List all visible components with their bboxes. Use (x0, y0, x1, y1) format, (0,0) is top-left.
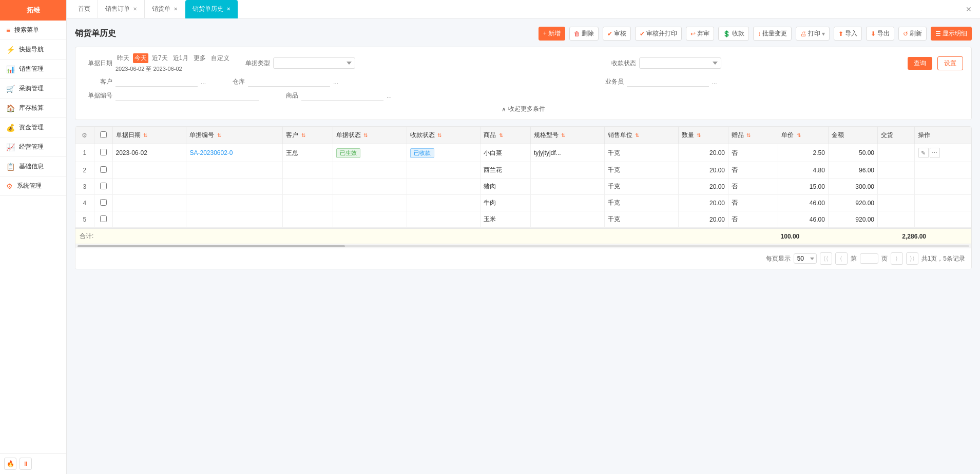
page-last-button[interactable]: ⟩⟩ (906, 252, 918, 265)
cell-checkbox[interactable] (94, 195, 112, 211)
cell-doc-status (333, 162, 407, 179)
cell-price: 46.00 (778, 195, 828, 211)
cell-row-no: 5 (75, 211, 94, 228)
tab-sales-history[interactable]: 销货单历史 ✕ (185, 0, 238, 18)
filter-goods-input[interactable] (301, 91, 383, 101)
horizontal-scrollbar[interactable] (75, 244, 971, 248)
sidebar-item-basic-info[interactable]: 📋 基础信息 (0, 157, 66, 176)
col-customer[interactable]: 客户 ⇅ (283, 127, 333, 144)
sys-mgmt-icon: ⚙ (6, 182, 13, 190)
sidebar-item-sales-mgmt[interactable]: 📊 销售管理 (0, 60, 66, 79)
tab-sales-history-label: 销货单历史 (193, 5, 223, 13)
scrollbar-thumb[interactable] (78, 245, 345, 247)
cell-checkbox[interactable] (94, 144, 112, 162)
action-edit[interactable]: ✎ (918, 148, 929, 158)
batch-change-button[interactable]: ↕ 批量变更 (753, 27, 792, 41)
filter-customer-picker[interactable]: ... (201, 78, 206, 86)
filter-doc-type-select[interactable] (273, 57, 355, 69)
new-button[interactable]: + 新增 (539, 27, 565, 41)
cell-checkbox[interactable] (94, 211, 112, 228)
filter-doc-no-input[interactable] (116, 91, 259, 101)
sidebar-item-purchase-mgmt[interactable]: 🛒 采购管理 (0, 79, 66, 98)
col-pay-status[interactable]: 收款状态 ⇅ (407, 127, 481, 144)
delete-button[interactable]: 🗑 删除 (569, 27, 599, 41)
filter-salesperson-input[interactable] (627, 77, 709, 87)
export-button[interactable]: ⬇ 导出 (866, 27, 894, 41)
abandon-button[interactable]: ↩ 弃审 (686, 27, 714, 41)
print-button[interactable]: 🖨 打印 ▾ (796, 27, 830, 41)
sidebar-fire-button[interactable]: 🔥 (4, 458, 16, 470)
date-shortcut-7days[interactable]: 近7天 (150, 53, 169, 63)
col-doc-no[interactable]: 单据编号 ⇅ (186, 127, 283, 144)
show-detail-button[interactable]: ☰ 显示明细 (931, 27, 972, 41)
col-gift[interactable]: 赠品 ⇅ (728, 127, 778, 144)
cell-doc-no[interactable]: SA-20230602-0 (186, 144, 283, 162)
settings-gear-icon: ⚙ (82, 132, 87, 139)
col-doc-status[interactable]: 单据状态 ⇅ (333, 127, 407, 144)
sidebar-item-finance-mgmt[interactable]: 💰 资金管理 (0, 118, 66, 137)
cell-doc-no[interactable] (186, 211, 283, 228)
refresh-button[interactable]: ↺ 刷新 (898, 27, 927, 41)
col-goods[interactable]: 商品 ⇅ (481, 127, 530, 144)
collapse-button[interactable]: ∧ 收起更多条件 (84, 105, 963, 113)
tab-close-all-button[interactable]: ✕ (962, 5, 976, 13)
tab-sales-order[interactable]: 销售订单 ✕ (98, 0, 145, 18)
cell-doc-no[interactable] (186, 195, 283, 211)
filter-row-3: 单据编号 商品 ... (84, 91, 963, 101)
sidebar-item-search-menu[interactable]: ≡ 搜索菜单 (0, 21, 66, 40)
import-button[interactable]: ⬆ 导入 (834, 27, 862, 41)
cell-doc-no[interactable] (186, 162, 283, 179)
tab-sales-goods-close[interactable]: ✕ (174, 6, 178, 12)
filter-customer-input[interactable] (116, 77, 198, 87)
page-first-button[interactable]: ⟨⟨ (820, 252, 832, 265)
approve-button[interactable]: ✔ 审核 (603, 27, 631, 41)
print-icon: 🖨 (800, 30, 806, 37)
col-doc-date-sort: ⇅ (143, 132, 147, 138)
filter-goods-picker[interactable]: ... (387, 92, 392, 100)
date-shortcut-today[interactable]: 今天 (133, 53, 148, 63)
action-more[interactable]: ⋯ (930, 148, 940, 158)
cell-checkbox[interactable] (94, 162, 112, 179)
col-price[interactable]: 单价 ⇅ (778, 127, 828, 144)
select-all-checkbox[interactable] (100, 131, 107, 138)
col-amount: 金额 (828, 127, 877, 144)
page-prev-button[interactable]: ⟨ (835, 252, 848, 265)
filter-warehouse-picker[interactable]: ... (333, 78, 338, 86)
col-qty[interactable]: 数量 ⇅ (678, 127, 728, 144)
date-shortcut-more[interactable]: 更多 (192, 53, 207, 63)
col-spec[interactable]: 规格型号 ⇅ (530, 127, 604, 144)
table-row: 1 2023-06-02 SA-20230602-0 王总 已生效 已收款 小白… (75, 144, 971, 162)
sidebar-pause-button[interactable]: ⏸ (20, 458, 32, 470)
page-next-button[interactable]: ⟩ (891, 252, 903, 265)
date-shortcut-custom[interactable]: 自定义 (209, 53, 231, 63)
tab-sales-history-close[interactable]: ✕ (226, 6, 230, 12)
filter-pay-status-select[interactable] (639, 57, 721, 69)
date-shortcut-yesterday[interactable]: 昨天 (116, 53, 131, 63)
date-shortcut-1month[interactable]: 近1月 (171, 53, 190, 63)
filter-salesperson-picker[interactable]: ... (712, 78, 717, 86)
per-page-select[interactable]: 50 100 200 (794, 253, 817, 264)
tab-sales-goods[interactable]: 销货单 ✕ (145, 0, 185, 18)
collect-button[interactable]: 💲 收款 (718, 27, 749, 41)
cell-doc-no[interactable] (186, 179, 283, 195)
col-settings[interactable]: ⚙ (75, 127, 94, 144)
collapse-button-label: 收起更多条件 (508, 105, 545, 113)
sidebar-item-inventory-calc[interactable]: 🏠 库存核算 (0, 98, 66, 118)
col-doc-date[interactable]: 单据日期 ⇅ (112, 127, 186, 144)
sidebar-item-sys-mgmt[interactable]: ⚙ 系统管理 (0, 176, 66, 196)
col-unit[interactable]: 销售单位 ⇅ (604, 127, 678, 144)
page-title: 销货单历史 (75, 28, 116, 39)
sidebar-item-ops-mgmt[interactable]: 📈 经营管理 (0, 137, 66, 157)
settings-button[interactable]: 设置 (937, 56, 963, 70)
filter-doc-no: 单据编号 (84, 91, 259, 101)
query-button[interactable]: 查询 (908, 57, 932, 70)
toolbar: + 新增 🗑 删除 ✔ 审核 ✔ 审核并打印 ↩ 弃审 (539, 27, 972, 41)
tab-sales-order-close[interactable]: ✕ (133, 6, 137, 12)
data-table: ⚙ 单据日期 ⇅ 单据编号 ⇅ (75, 126, 972, 269)
cell-checkbox[interactable] (94, 179, 112, 195)
approve-print-button[interactable]: ✔ 审核并打印 (635, 27, 682, 41)
tab-home[interactable]: 首页 (71, 0, 98, 18)
sidebar-item-quick-nav[interactable]: ⚡ 快捷导航 (0, 40, 66, 60)
page-number-input[interactable]: 1 (860, 253, 878, 264)
filter-warehouse-input[interactable] (248, 77, 330, 87)
